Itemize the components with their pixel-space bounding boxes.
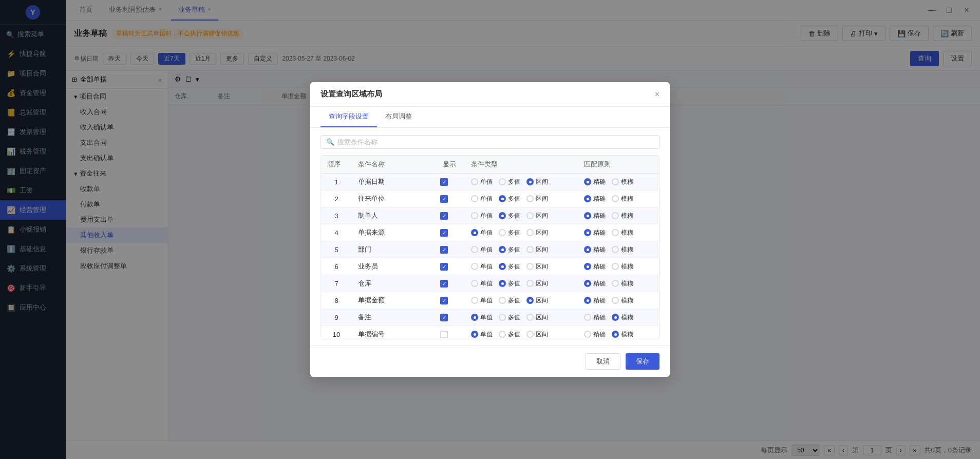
radio-exact[interactable]: 精确: [584, 228, 606, 237]
radio-fuzzy[interactable]: 模糊: [612, 228, 633, 237]
radio-exact[interactable]: 精确: [584, 330, 606, 338]
radio-range[interactable]: 区间: [526, 313, 548, 322]
row-order: 6: [321, 263, 352, 271]
radio-exact[interactable]: 精确: [584, 296, 606, 305]
radio-multi[interactable]: 多值: [499, 330, 520, 338]
tab-layout-adjust[interactable]: 布局调整: [377, 107, 420, 127]
checkbox[interactable]: ✓: [440, 195, 448, 203]
radio-multi[interactable]: 多值: [499, 178, 520, 186]
radio-range[interactable]: 区间: [526, 245, 548, 254]
row-order: 4: [321, 229, 352, 237]
radio-exact[interactable]: 精确: [584, 178, 606, 186]
radio-single[interactable]: 单值: [471, 262, 493, 271]
checkbox[interactable]: ✓: [440, 280, 448, 288]
radio-single[interactable]: 单值: [471, 228, 493, 237]
cancel-button[interactable]: 取消: [586, 353, 620, 370]
radio-circle: [499, 280, 506, 287]
radio-fuzzy[interactable]: 模糊: [612, 212, 633, 220]
row-show[interactable]: ✓: [434, 212, 465, 220]
checkbox[interactable]: ✓: [440, 212, 448, 220]
radio-range[interactable]: 区间: [526, 178, 548, 186]
dialog-close-btn[interactable]: ×: [655, 90, 659, 99]
radio-range[interactable]: 区间: [526, 296, 548, 305]
checkbox[interactable]: ✓: [440, 178, 448, 186]
dialog-title: 设置查询区域布局: [321, 89, 382, 99]
radio-circle: [526, 246, 534, 253]
radio-multi[interactable]: 多值: [499, 228, 520, 237]
radio-single[interactable]: 单值: [471, 330, 493, 338]
checkbox[interactable]: [440, 331, 448, 338]
row-show[interactable]: ✓: [434, 263, 465, 271]
search-input[interactable]: [337, 138, 654, 146]
row-cond-type: 单值 多值 区间: [465, 296, 578, 305]
radio-single[interactable]: 单值: [471, 212, 493, 220]
row-show[interactable]: ✓: [434, 246, 465, 254]
row-cond-type: 单值 多值 区间: [465, 330, 578, 338]
radio-exact[interactable]: 精确: [584, 245, 606, 254]
radio-multi[interactable]: 多值: [499, 279, 520, 288]
checkbox[interactable]: ✓: [440, 229, 448, 237]
row-match: 精确 模糊: [578, 212, 659, 220]
radio-circle: [612, 178, 619, 185]
row-order: 3: [321, 212, 352, 220]
radio-multi[interactable]: 多值: [499, 262, 520, 271]
radio-exact[interactable]: 精确: [584, 262, 606, 271]
radio-single[interactable]: 单值: [471, 296, 493, 305]
col-order: 顺序: [321, 160, 352, 169]
radio-range[interactable]: 区间: [526, 279, 548, 288]
radio-range[interactable]: 区间: [526, 228, 548, 237]
radio-fuzzy[interactable]: 模糊: [612, 262, 633, 271]
radio-circle: [612, 195, 619, 202]
radio-circle: [612, 229, 619, 236]
radio-multi[interactable]: 多值: [499, 195, 520, 203]
radio-range[interactable]: 区间: [526, 262, 548, 271]
row-show[interactable]: ✓: [434, 297, 465, 304]
settings-table: 顺序 条件名称 显示 条件类型 匹配原则 1 单据日期 ✓: [321, 155, 659, 338]
dialog-save-button[interactable]: 保存: [626, 353, 659, 370]
row-show[interactable]: ✓: [434, 229, 465, 237]
radio-multi[interactable]: 多值: [499, 313, 520, 322]
row-show[interactable]: [434, 331, 465, 338]
radio-range[interactable]: 区间: [526, 195, 548, 203]
radio-circle: [471, 314, 478, 321]
radio-fuzzy[interactable]: 模糊: [612, 296, 633, 305]
radio-single[interactable]: 单值: [471, 313, 493, 322]
row-match: 精确 模糊: [578, 262, 659, 271]
radio-multi[interactable]: 多值: [499, 212, 520, 220]
radio-single[interactable]: 单值: [471, 279, 493, 288]
radio-exact[interactable]: 精确: [584, 212, 606, 220]
row-show[interactable]: ✓: [434, 314, 465, 321]
radio-fuzzy[interactable]: 模糊: [612, 313, 633, 322]
radio-exact[interactable]: 精确: [584, 195, 606, 203]
radio-exact[interactable]: 精确: [584, 313, 606, 322]
checkbox[interactable]: ✓: [440, 246, 448, 254]
row-order: 10: [321, 331, 352, 338]
radio-circle: [499, 263, 506, 270]
radio-multi[interactable]: 多值: [499, 245, 520, 254]
radio-single[interactable]: 单值: [471, 178, 493, 186]
radio-single[interactable]: 单值: [471, 195, 493, 203]
radio-range[interactable]: 区间: [526, 330, 548, 338]
radio-fuzzy[interactable]: 模糊: [612, 330, 633, 338]
radio-multi[interactable]: 多值: [499, 296, 520, 305]
radio-fuzzy[interactable]: 模糊: [612, 195, 633, 203]
radio-fuzzy[interactable]: 模糊: [612, 279, 633, 288]
row-show[interactable]: ✓: [434, 195, 465, 203]
row-match: 精确 模糊: [578, 279, 659, 288]
checkbox[interactable]: ✓: [440, 297, 448, 304]
radio-fuzzy[interactable]: 模糊: [612, 245, 633, 254]
radio-fuzzy[interactable]: 模糊: [612, 178, 633, 186]
row-show[interactable]: ✓: [434, 178, 465, 186]
checkbox[interactable]: ✓: [440, 263, 448, 271]
checkbox[interactable]: ✓: [440, 314, 448, 321]
table-row: 2 往来单位 ✓ 单值 多值 区间: [321, 190, 659, 207]
tab-query-fields[interactable]: 查询字段设置: [321, 107, 377, 127]
radio-circle: [499, 314, 506, 321]
radio-exact[interactable]: 精确: [584, 279, 606, 288]
settings-dialog: 设置查询区域布局 × 查询字段设置 布局调整 🔍 顺序 条: [310, 82, 670, 377]
radio-circle: [471, 280, 478, 287]
radio-circle: [471, 195, 478, 202]
radio-range[interactable]: 区间: [526, 212, 548, 220]
row-show[interactable]: ✓: [434, 280, 465, 288]
radio-single[interactable]: 单值: [471, 245, 493, 254]
